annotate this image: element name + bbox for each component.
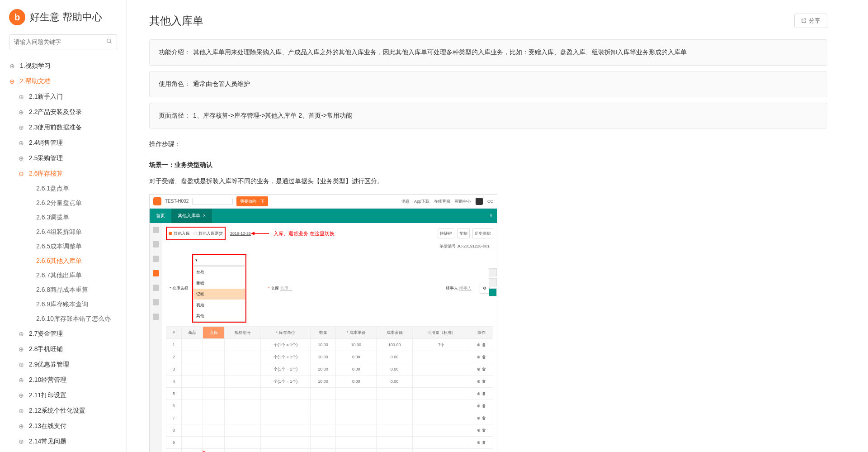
emb-link-cs: 在线客服 — [434, 197, 450, 205]
emb-ricon-2 — [489, 278, 497, 286]
nav-item-2-11[interactable]: ⊕2.11打印设置 — [18, 388, 117, 403]
emb-side-icon-6 — [153, 299, 159, 305]
nav-item-2-6-8[interactable]: 2.6.8商品成本重算 — [36, 283, 117, 297]
emb-operator: 经手人 经手人 — [446, 284, 472, 292]
intro-label-1: 功能介绍： — [159, 48, 190, 56]
nav-item-2-6[interactable]: ⊖2.6库存核算 — [18, 166, 117, 181]
nav-item-2-4[interactable]: ⊕2.4销售管理 — [18, 135, 117, 151]
table-row: 9⊕ 🗑 — [166, 437, 493, 449]
intro-text-2: 通常由仓管人员维护 — [193, 80, 250, 87]
emb-right-icons — [489, 268, 497, 296]
steps-heading: 操作步骤： — [149, 138, 827, 150]
content-section: 操作步骤： 场景一：业务类型确认 对于受赠、盘盈或是拆装入库等不同的业务，是通过… — [149, 138, 827, 452]
nav-item-2-6-1[interactable]: 2.6.1盘点单 — [36, 181, 117, 196]
logo-icon: b — [9, 9, 25, 25]
table-row: 7⊕ 🗑 — [166, 412, 493, 424]
table-row: 4个(1个 = 1个)10.000.000.00⊕ 🗑 — [166, 376, 493, 388]
emb-dd-2: 受赠 — [193, 278, 245, 289]
emb-select: ▾ — [193, 255, 245, 266]
emb-tabs: 首页 其他入库单× × — [150, 209, 497, 223]
emb-tab-home: 首页 — [150, 209, 171, 223]
emb-side-icon-1 — [153, 227, 159, 233]
emb-logo-icon — [153, 197, 161, 205]
nav-item-2-13[interactable]: ⊕2.13在线支付 — [18, 419, 117, 434]
svg-point-0 — [107, 39, 111, 43]
intro-role: 使用角色：通常由仓管人员维护 — [149, 71, 827, 97]
nav-item-2-3[interactable]: ⊕2.3使用前数据准备 — [18, 120, 117, 135]
emb-body: 其他入库 其他入库退货 2019-12-26 入库、退货业务 在这里切换 快捷键… — [150, 223, 497, 452]
th-spec: 规格型号 — [225, 327, 261, 339]
emb-date: 2019-12-26 — [230, 229, 251, 238]
emb-tool-history: 历史单据 — [472, 228, 493, 238]
nav-item-2-2[interactable]: ⊕2.2产品安装及登录 — [18, 105, 117, 120]
emb-sidebar — [150, 223, 162, 452]
emb-dd-1: 盘盈 — [193, 267, 245, 278]
page-header: 其他入库单 分享 — [149, 14, 827, 28]
search-input[interactable] — [9, 34, 117, 49]
emb-topbar: TEST-H002 我要做的一下 消息 App下载 在线客服 帮助中心 CC — [150, 195, 497, 209]
intro-label-2: 使用角色： — [159, 80, 190, 87]
svg-line-1 — [110, 42, 112, 43]
main-content: 其他入库单 分享 功能介绍：其他入库单用来处理除采购入库、产成品入库之外的其他入… — [127, 0, 850, 452]
nav-item-2-7[interactable]: ⊕2.7资金管理 — [18, 326, 117, 342]
emb-table: # 商品 入库 规格型号 * 库存单位 数量 * 成本单价 成本金额 可用量（标… — [166, 326, 493, 452]
emb-link-msg: 消息 — [401, 197, 410, 205]
nav-item-2-10[interactable]: ⊕2.10经营管理 — [18, 372, 117, 388]
table-row: 8⊕ 🗑 — [166, 424, 493, 437]
nav-item-2-6-6[interactable]: 2.6.6其他入库单 — [36, 254, 117, 268]
emb-toolbar-right: 快捷键 复制 历史单据 — [438, 228, 493, 238]
nav-item-2-6-2[interactable]: 2.6.2分量盘点单 — [36, 196, 117, 210]
intro-text-1: 其他入库单用来处理除采购入库、产成品入库之外的其他入库业务，因此其他入库单可处理… — [193, 48, 687, 56]
nav-item-2-14[interactable]: ⊕2.14常见问题 — [18, 434, 117, 449]
emb-side-icon-3 — [153, 256, 159, 262]
emb-link-help: 帮助中心 — [455, 197, 471, 205]
emb-dd-4: 初始 — [193, 300, 245, 310]
nav-item-2-12[interactable]: ⊕2.12系统个性化设置 — [18, 403, 117, 419]
logo-text: 好生意 帮助中心 — [30, 10, 102, 24]
emb-side-icon-5 — [153, 285, 159, 291]
nav-item-2-6-5[interactable]: 2.6.5成本调整单 — [36, 239, 117, 254]
sidebar: b 好生意 帮助中心 ⊕1.视频学习 ⊖2.帮助文档 ⊕2.1新手入门 ⊕2.2… — [0, 0, 127, 452]
emb-warehouse-label: * 仓库选择 — [170, 284, 189, 292]
nav-item-2-6-7[interactable]: 2.6.7其他出库单 — [36, 268, 117, 283]
nav-item-2-6-10[interactable]: 2.6.10库存账本错了怎么办 — [36, 312, 117, 326]
logo: b 好生意 帮助中心 — [0, 9, 126, 34]
page-title: 其他入库单 — [149, 14, 203, 28]
emb-dd-3: 记账 — [193, 289, 245, 300]
th-product: 商品 — [181, 327, 203, 339]
intro-label-3: 页面路径： — [159, 112, 190, 119]
search-box — [9, 34, 117, 49]
table-row: 2个(1个 = 1个)10.000.000.00⊕ 🗑 — [166, 351, 493, 363]
emb-content: 其他入库 其他入库退货 2019-12-26 入库、退货业务 在这里切换 快捷键… — [162, 223, 497, 452]
nav-item-video[interactable]: ⊕1.视频学习 — [9, 58, 117, 74]
arrow-icon — [251, 231, 269, 236]
emb-redbox-biztype: ▾ 盘盈 受赠 记账 初始 其他 — [192, 254, 246, 323]
emb-tab-current: 其他入库单× — [171, 209, 212, 223]
search-icon[interactable] — [106, 38, 113, 46]
nav-item-2-8[interactable]: ⊕2.8手机旺铺 — [18, 342, 117, 357]
nav-item-docs[interactable]: ⊖2.帮助文档 — [9, 74, 117, 89]
emb-side-icon-7 — [153, 314, 159, 320]
nav-item-2-1[interactable]: ⊕2.1新手入门 — [18, 89, 117, 105]
emb-side-icon-2 — [153, 241, 159, 247]
nav-item-2-6-4[interactable]: 2.6.4组装拆卸单 — [36, 225, 117, 239]
nav-item-2-6-9[interactable]: 2.6.9库存账本查询 — [36, 297, 117, 312]
emb-warehouse-val: * 仓库 仓库一 — [268, 284, 292, 292]
table-row: 5⊕ 🗑 — [166, 388, 493, 400]
emb-tool-copy: 复制 — [457, 228, 470, 238]
nav-item-2-6-3[interactable]: 2.6.3调拨单 — [36, 210, 117, 225]
emb-ricon-1 — [489, 268, 497, 276]
emb-redbox-type: 其他入库 其他入库退货 — [166, 227, 226, 240]
share-button[interactable]: 分享 — [794, 14, 827, 28]
nav-item-2-5[interactable]: ⊕2.5采购管理 — [18, 151, 117, 166]
emb-radio-in: 其他入库 — [169, 229, 190, 238]
svg-marker-3 — [251, 232, 255, 235]
scene1-text: 对于受赠、盘盈或是拆装入库等不同的业务，是通过单据头【业务类型】进行区分。 — [149, 175, 827, 187]
table-header-row: # 商品 入库 规格型号 * 库存单位 数量 * 成本单价 成本金额 可用量（标… — [166, 327, 493, 339]
emb-ricon-3 — [489, 288, 497, 296]
emb-search — [192, 198, 233, 205]
nav-item-2-9[interactable]: ⊕2.9优惠券管理 — [18, 357, 117, 372]
th-avail: 可用量（标准） — [412, 327, 470, 339]
emb-dropdown: 盘盈 受赠 记账 初始 其他 — [193, 266, 245, 322]
table-row: 1个(1个 = 1个)10.0010.00100.007个⊕ 🗑 — [166, 339, 493, 351]
